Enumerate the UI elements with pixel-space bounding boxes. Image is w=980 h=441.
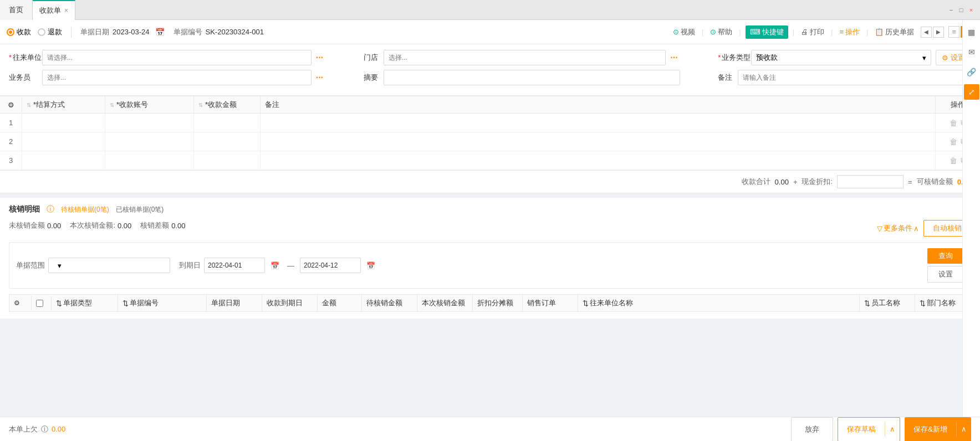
business-type-select[interactable]: 预收款 ▾ (751, 50, 931, 65)
layout-list-icon[interactable]: ≡ (948, 26, 959, 38)
to-calendar-icon[interactable]: 📅 (366, 261, 375, 270)
summary-field: 摘要 (364, 70, 680, 85)
row3-note[interactable] (261, 151, 936, 170)
save-new-button: 保存&新增 ∧ (905, 417, 971, 442)
sidebar-expand-icon[interactable]: ⤢ (964, 84, 979, 100)
save-draft-button: 保存草稿 ∧ (838, 417, 900, 442)
remark-field: 备注 (718, 70, 971, 85)
row2-amount[interactable] (194, 132, 261, 151)
close-button[interactable]: × (967, 6, 976, 14)
vth-staff: ⇅ 员工名称 (860, 295, 915, 311)
shop-input[interactable] (384, 50, 666, 65)
tab-close-icon[interactable]: × (64, 7, 68, 14)
row2-settle[interactable] (22, 132, 105, 151)
footer-label: 本单上欠 (9, 424, 38, 434)
verify-info-icon[interactable]: ⓘ (47, 204, 54, 214)
minimize-button[interactable]: − (947, 6, 956, 14)
row1-amount[interactable] (194, 114, 261, 132)
row1-note[interactable] (261, 114, 936, 132)
sidebar-mail-icon[interactable]: ✉ (964, 44, 979, 60)
maximize-button[interactable]: □ (957, 6, 966, 14)
row3-account[interactable] (105, 151, 194, 170)
row1-settle[interactable] (22, 114, 105, 132)
abandon-button[interactable]: 放弃 (791, 417, 833, 442)
row3-amount[interactable] (194, 151, 261, 170)
prev-arrow[interactable]: ◀ (921, 27, 932, 38)
vth-settings[interactable]: ⚙ (9, 296, 32, 310)
tab-home[interactable]: 首页 (0, 0, 33, 20)
tab-active[interactable]: 收款单 × (33, 0, 75, 20)
row2-delete-icon[interactable]: 🗑 (950, 137, 957, 146)
verify-label: 可核销金额 (917, 177, 953, 187)
from-calendar-icon[interactable]: 📅 (270, 261, 279, 270)
meta-date: 单据日期 2023-03-24 📅 (80, 27, 165, 37)
history-button[interactable]: 📋 历史单据 (872, 26, 916, 38)
date-from-input[interactable] (204, 258, 265, 273)
shop-more-icon[interactable]: ··· (668, 53, 680, 63)
vth-date: 单据日期 (207, 295, 262, 311)
radio-tuikuan[interactable]: 退款 (38, 27, 62, 37)
th-settle: ⇅ *结算方式 (22, 96, 105, 113)
chevron-down-icon: ▾ (922, 54, 926, 62)
done-tab[interactable]: 已核销单据(0笔) (116, 205, 164, 214)
row2-note[interactable] (261, 132, 936, 151)
sidebar-table-icon[interactable]: ▦ (964, 24, 979, 40)
summary-input[interactable] (384, 70, 680, 85)
row2-num: 2 (0, 132, 22, 151)
video-button[interactable]: ⊙ 视频 (671, 26, 697, 38)
query-button[interactable]: 查询 (927, 248, 964, 264)
staff-input[interactable] (42, 70, 312, 85)
toolbar-right: ⊙ 视频 | ⊙ 帮助 | ⌨ 快捷键 | 🖨 打印 | ≡ 操作 | 📋 历史… (671, 25, 973, 39)
operation-button[interactable]: ≡ 操作 (837, 26, 862, 38)
main-toolbar: 收款 退款 单据日期 2023-03-24 📅 单据编号 SK-20230324… (0, 20, 980, 44)
meta-date-label: 单据日期 (80, 27, 109, 37)
remark-input[interactable] (738, 70, 971, 85)
vth-order-label: 销售订单 (527, 298, 556, 308)
summary-row: 收款合计 0.00 + 现金折扣: = 可核销金额 0.00 (0, 171, 980, 193)
print-icon: 🖨 (801, 28, 808, 36)
staff-label: 业务员 (9, 73, 42, 83)
footer-right: 放弃 保存草稿 ∧ 保存&新增 ∧ (791, 417, 971, 442)
counterpart-input[interactable] (42, 50, 312, 65)
total-value: 0.00 (775, 178, 789, 186)
filter-row: 单据范围 ▾ 到期日 📅 — 📅 查询 设置 (9, 242, 971, 289)
select-all-checkbox[interactable] (36, 300, 43, 307)
unchecked-value: 0.00 (47, 222, 61, 230)
filter-icon: ▽ (877, 224, 882, 233)
row3-settle[interactable] (22, 151, 105, 170)
business-type-label: 业务类型 (718, 53, 751, 63)
row3-delete-icon[interactable]: 🗑 (950, 156, 957, 165)
more-conditions-button[interactable]: ▽ 更多条件 ∧ (877, 223, 919, 233)
range-select[interactable]: ▾ (48, 258, 170, 273)
shortcut-button[interactable]: ⌨ 快捷键 (746, 25, 788, 39)
meta-num: 单据编号 SK-20230324-001 (173, 27, 264, 37)
table-row: 2 🗑 ⧉ (0, 132, 980, 151)
this-time-value: 0.00 (118, 222, 131, 230)
help-button[interactable]: ⊙ 帮助 (708, 26, 734, 38)
counterpart-more-icon[interactable]: ··· (314, 53, 325, 63)
next-arrow[interactable]: ▶ (933, 27, 944, 38)
th-settings[interactable]: ⚙ (0, 98, 22, 112)
save-new-label[interactable]: 保存&新增 (905, 421, 956, 438)
radio-shoukuan[interactable]: 收款 (7, 27, 31, 37)
staff-more-icon[interactable]: ··· (314, 73, 325, 83)
save-new-dropdown-icon[interactable]: ∧ (956, 422, 971, 437)
save-draft-label[interactable]: 保存草稿 (838, 421, 885, 438)
verify-settings-button[interactable]: 设置 (927, 266, 964, 283)
row1-account[interactable] (105, 114, 194, 132)
footer-value: 0.00 (52, 425, 65, 433)
calendar-icon[interactable]: 📅 (155, 28, 165, 37)
sidebar-link-icon[interactable]: 🔗 (964, 64, 979, 80)
right-sidebar: ▦ ✉ 🔗 ⤢ (962, 20, 980, 417)
pending-tab[interactable]: 待核销单据(0笔) (61, 205, 109, 214)
plus-sign: + (793, 178, 798, 186)
business-type-value: 预收款 (756, 53, 778, 63)
vth-due: 收款到期日 (262, 295, 318, 311)
vth-checkbox[interactable] (32, 296, 52, 310)
date-to-input[interactable] (300, 258, 361, 273)
row1-delete-icon[interactable]: 🗑 (950, 119, 957, 127)
discount-input[interactable] (837, 175, 904, 188)
save-draft-dropdown-icon[interactable]: ∧ (885, 422, 900, 437)
print-button[interactable]: 🖨 打印 (799, 26, 826, 38)
row2-account[interactable] (105, 132, 194, 151)
